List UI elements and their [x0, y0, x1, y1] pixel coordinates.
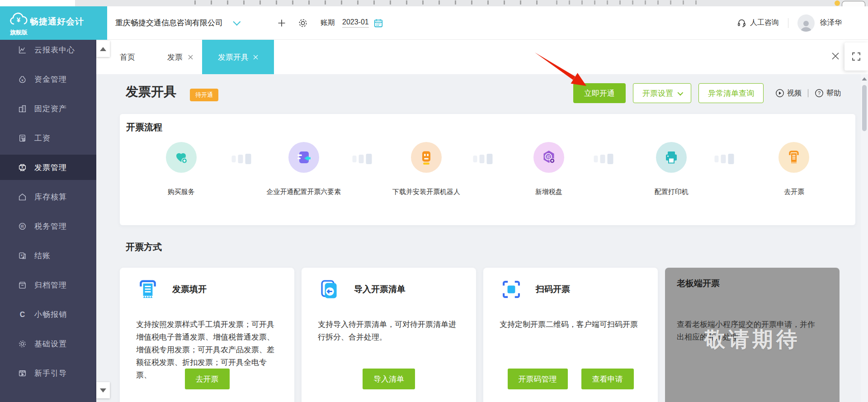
payroll-icon	[17, 133, 27, 143]
triangle-up-icon	[100, 47, 106, 51]
gear-icon	[17, 339, 27, 349]
sidebar-scroll-down-button[interactable]	[96, 382, 110, 398]
help-link[interactable]: ? 帮助	[815, 89, 841, 98]
close-icon[interactable]	[831, 52, 840, 61]
import-list-icon	[318, 278, 341, 301]
card-boss-invoice: 老板端开票 查看老板端小程序提交的开票申请，并作出相应的开票处理。 敬请期待	[665, 268, 840, 402]
flow-separator	[232, 154, 251, 164]
tab-invoice-issue-active[interactable]: 发票开具	[202, 40, 274, 74]
svg-text:C: C	[19, 311, 24, 318]
flow-separator	[715, 154, 734, 164]
building-icon	[17, 104, 27, 114]
triangle-down-icon	[100, 388, 106, 393]
card-description: 支持导入待开票清单，可对待开票清单进行拆分、合并处理。	[318, 318, 458, 344]
main-content: 发票开具 待开通 立即开通 开票设置 异常清单查询 视频 ? 帮助 开票流程	[96, 74, 868, 402]
reimburse-icon: C	[17, 310, 27, 320]
tax-icon: 税	[17, 222, 27, 232]
svg-text:税: 税	[20, 224, 24, 228]
live-support-link[interactable]: 人工咨询	[737, 18, 779, 28]
heart-plus-icon	[166, 142, 197, 173]
sidebar-item-inventory[interactable]: 库存核算	[0, 182, 96, 212]
invoice-code-manage-button[interactable]: 开票码管理	[508, 369, 568, 389]
period-label: 账期	[321, 18, 335, 28]
close-tab-icon[interactable]	[188, 55, 193, 60]
sidebar: 云报表中心 ¥ 资金管理 固定资产 工资 ¥ 发票管理 库存核算	[0, 40, 96, 402]
warehouse-icon	[17, 192, 27, 202]
scroll-up-arrow-icon[interactable]	[862, 77, 867, 80]
browser-extension-icon	[835, 0, 840, 6]
svg-text:?: ?	[818, 90, 821, 96]
sidebar-item-settings[interactable]: 基础设置	[0, 329, 96, 359]
flow-step-install-robot[interactable]: 下载并安装开票机器人	[365, 142, 487, 196]
card-scan-invoice: 扫码开票 支持定制开票二维码，客户端可扫码开票 开票码管理 查看申请	[483, 268, 658, 402]
flow-step-buy-service[interactable]: 购买服务	[120, 142, 242, 196]
sidebar-item-invoice-management[interactable]: ¥ 发票管理	[0, 155, 96, 180]
flow-section-title: 开票流程	[126, 121, 162, 133]
receipt-icon	[778, 142, 809, 173]
sidebar-item-fixed-assets[interactable]: 固定资产	[0, 94, 96, 123]
card-title: 扫码开票	[536, 284, 570, 295]
company-selector[interactable]: 重庆畅捷交通信息咨询有限公司	[115, 18, 223, 28]
user-name[interactable]: 徐泽华	[820, 18, 842, 28]
import-list-button[interactable]: 导入清单	[363, 369, 415, 389]
sidebar-item-closing[interactable]: ¥ 结账	[0, 241, 96, 270]
edition-label: 旗舰版	[10, 28, 28, 37]
robot-icon	[411, 142, 442, 173]
flow-step-go-invoice[interactable]: 去开票	[733, 142, 855, 196]
calendar-icon[interactable]	[373, 18, 383, 28]
card-import-list: 导入开票清单 支持导入待开票清单，可对待开票清单进行拆分、合并处理。 导入清单	[302, 268, 476, 402]
chart-icon	[17, 45, 27, 55]
sidebar-item-cloud-reports[interactable]: 云报表中心	[0, 40, 96, 65]
divider	[788, 18, 788, 28]
product-name: 畅捷通好会计	[30, 16, 84, 28]
page-title: 发票开具	[126, 83, 176, 100]
avatar[interactable]	[797, 14, 815, 32]
flow-separator	[594, 154, 613, 164]
flow-step-configure-printer[interactable]: 配置打印机	[610, 142, 733, 196]
activate-now-button[interactable]: 立即开通	[573, 83, 626, 103]
headset-icon	[737, 18, 746, 28]
methods-section-title: 开票方式	[126, 241, 162, 253]
sidebar-scroll-up-button[interactable]	[96, 41, 110, 57]
vertical-scrollbar[interactable]	[861, 74, 868, 402]
card-description: 支持定制开票二维码，客户端可扫码开票	[500, 318, 640, 331]
go-invoice-button[interactable]: 去开票	[185, 369, 230, 389]
sidebar-item-guide[interactable]: 新手引导	[0, 359, 96, 388]
close-tab-icon[interactable]	[253, 55, 258, 60]
sidebar-item-funds[interactable]: ¥ 资金管理	[0, 65, 96, 94]
document-import-icon	[288, 142, 319, 173]
svg-text:¥: ¥	[21, 254, 23, 257]
view-requests-button[interactable]: 查看申请	[581, 369, 634, 389]
video-link[interactable]: 视频	[775, 89, 802, 98]
card-title: 导入开票清单	[354, 284, 406, 295]
abnormal-list-query-button[interactable]: 异常清单查询	[698, 83, 764, 103]
tab-home[interactable]: 首页	[120, 40, 135, 74]
tax-disk-icon: 税	[533, 142, 564, 173]
sidebar-item-tax[interactable]: 税 税务管理	[0, 212, 96, 241]
sidebar-item-payroll[interactable]: 工资	[0, 123, 96, 153]
flow-separator	[353, 154, 372, 164]
flow-step-add-tax-disk[interactable]: 税 新增税盘	[488, 142, 610, 196]
fullscreen-button[interactable]	[844, 43, 868, 71]
browser-tab-stub	[842, 1, 865, 6]
sidebar-item-reimbursement[interactable]: C 小畅报销	[0, 300, 96, 329]
scrollbar-thumb[interactable]	[862, 85, 867, 131]
top-header: 重庆畅捷交通信息咨询有限公司 账期 2023-01 人工咨询 徐泽华	[107, 6, 868, 40]
invoice-icon: ¥	[17, 162, 27, 172]
sidebar-item-archive[interactable]: 归档管理	[0, 270, 96, 300]
archive-icon	[17, 280, 27, 290]
closing-icon: ¥	[17, 251, 27, 261]
flow-step-configure-elements[interactable]: 企业开通配置开票六要素	[242, 142, 365, 196]
fullscreen-icon	[851, 52, 861, 61]
gear-icon[interactable]	[298, 18, 308, 28]
browser-chrome-strip	[0, 0, 868, 6]
add-account-button[interactable]	[277, 19, 286, 28]
invoice-settings-button[interactable]: 开票设置	[633, 83, 691, 103]
tab-bar: 首页 发票 发票开具	[96, 40, 868, 74]
coming-soon-watermark: 敬请期待	[704, 326, 800, 354]
tab-invoice[interactable]: 发票	[167, 40, 193, 74]
chevron-down-icon[interactable]	[233, 18, 241, 25]
browser-left-area	[0, 0, 75, 6]
svg-text:¥: ¥	[21, 78, 24, 82]
period-value[interactable]: 2023-01	[342, 18, 369, 28]
